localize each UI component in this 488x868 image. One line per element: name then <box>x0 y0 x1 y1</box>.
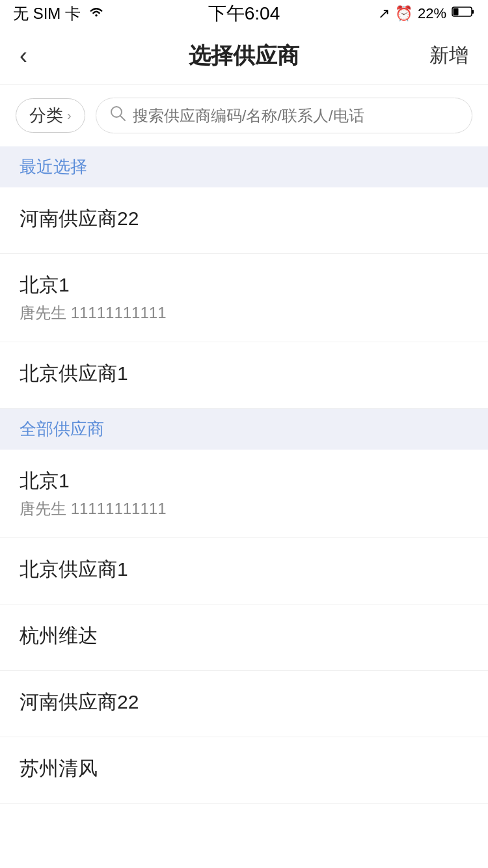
svg-rect-2 <box>454 8 459 16</box>
item-name: 北京供应商1 <box>20 556 468 583</box>
battery-icon <box>452 5 475 22</box>
item-name: 河南供应商22 <box>20 689 468 716</box>
category-label: 分类 <box>29 104 63 127</box>
search-input[interactable] <box>133 107 459 125</box>
back-button[interactable]: ‹ <box>20 42 59 70</box>
chevron-right-icon: › <box>67 108 72 123</box>
status-bar: 无 SIM 卡 下午6:04 ↗ ⏰ 22% <box>0 0 488 27</box>
all-section-label: 全部供应商 <box>20 419 104 439</box>
category-button[interactable]: 分类 › <box>16 98 85 133</box>
list-item[interactable]: 苏州清风 <box>0 737 488 804</box>
all-section-header: 全部供应商 <box>0 409 488 450</box>
recent-section-label: 最近选择 <box>20 157 87 176</box>
status-time: 下午6:04 <box>208 1 280 26</box>
add-button[interactable]: 新增 <box>429 42 468 69</box>
item-name: 北京1 <box>20 468 468 495</box>
svg-rect-1 <box>472 10 474 14</box>
filter-bar: 分类 › <box>0 85 488 146</box>
search-box[interactable] <box>96 98 472 133</box>
item-name: 杭州维达 <box>20 623 468 649</box>
item-sub: 唐先生 11111111111 <box>20 303 468 323</box>
list-item[interactable]: 北京1唐先生 11111111111 <box>0 254 488 342</box>
carrier-label: 无 SIM 卡 <box>13 3 81 24</box>
wifi-icon <box>87 5 105 23</box>
page-title: 选择供应商 <box>189 41 299 71</box>
item-name: 河南供应商22 <box>20 206 468 232</box>
nav-bar: ‹ 选择供应商 新增 <box>0 27 488 85</box>
item-name: 北京供应商1 <box>20 360 468 387</box>
recent-section-header: 最近选择 <box>0 146 488 187</box>
list-item[interactable]: 北京供应商1 <box>0 342 488 409</box>
alarm-icon: ⏰ <box>395 5 413 22</box>
list-item[interactable]: 河南供应商22 <box>0 671 488 737</box>
status-left: 无 SIM 卡 <box>13 3 105 24</box>
search-icon <box>109 105 126 126</box>
list-item[interactable]: 北京1唐先生 11111111111 <box>0 450 488 538</box>
battery-label: 22% <box>418 5 446 22</box>
item-name: 北京1 <box>20 272 468 299</box>
item-name: 苏州清风 <box>20 755 468 782</box>
svg-line-4 <box>120 116 125 120</box>
location-icon: ↗ <box>378 5 390 22</box>
recent-list: 河南供应商22北京1唐先生 11111111111北京供应商1 <box>0 187 488 409</box>
list-item[interactable]: 杭州维达 <box>0 604 488 671</box>
item-sub: 唐先生 11111111111 <box>20 498 468 519</box>
all-list: 北京1唐先生 11111111111北京供应商1杭州维达河南供应商22苏州清风 <box>0 450 488 804</box>
list-item[interactable]: 北京供应商1 <box>0 538 488 604</box>
status-right: ↗ ⏰ 22% <box>378 5 475 22</box>
list-item[interactable]: 河南供应商22 <box>0 187 488 254</box>
